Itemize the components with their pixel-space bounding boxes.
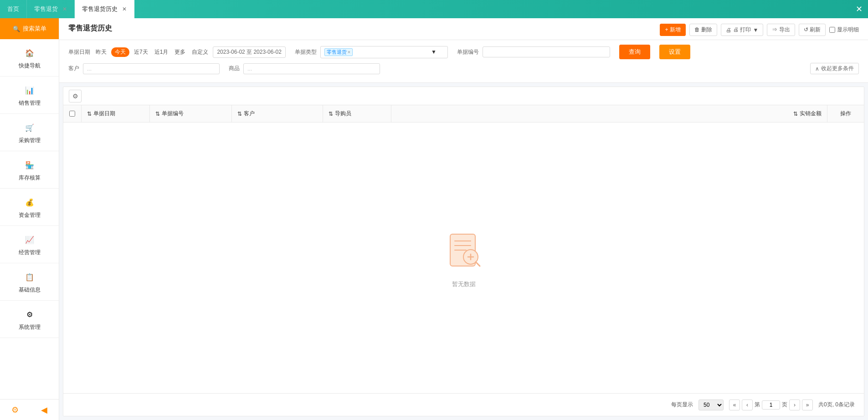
th-amount[interactable]: ⇅ 实销金额	[391, 105, 827, 122]
per-page-label: 每页显示	[671, 401, 693, 409]
sidebar-item-purchase[interactable]: 🛒 采购管理	[0, 114, 59, 151]
sales-label: 销售管理	[19, 99, 41, 107]
customer-filter-label: 客户	[68, 65, 79, 72]
system-label: 系统管理	[19, 323, 41, 331]
sidebar-item-operation[interactable]: 📈 经营管理	[0, 226, 59, 263]
table-header: ⇅ 单据日期 ⇅ 单据编号 ⇅ 客户 ⇅ 导购员 ⇅	[63, 105, 864, 123]
sidebar-item-basic[interactable]: 📋 基础信息	[0, 263, 59, 301]
tab-retail-return[interactable]: 零售退货 ✕	[27, 0, 75, 18]
search-icon: 🔍	[13, 26, 20, 32]
sidebar-item-finance[interactable]: 💰 资金管理	[0, 189, 59, 226]
date-btn-more[interactable]: 更多	[173, 47, 187, 57]
inventory-label: 库存核算	[19, 174, 41, 182]
empty-state: 暂无数据	[63, 123, 864, 393]
tab-retail-return-history-label: 零售退货历史	[82, 5, 118, 13]
finance-label: 资金管理	[19, 211, 41, 219]
sidebar-item-system[interactable]: ⚙ 系统管理	[0, 301, 59, 338]
empty-text: 暂无数据	[452, 280, 476, 288]
add-button[interactable]: + 新增	[660, 24, 685, 36]
sidebar-item-sales[interactable]: 📊 销售管理	[0, 77, 59, 114]
date-filter: 昨天 今天 近7天 近1月 更多 自定义 2023-06-02 至 2023-0…	[94, 46, 286, 58]
th-customer[interactable]: ⇅ 客户	[232, 105, 323, 122]
query-button[interactable]: 查询	[619, 45, 650, 59]
quick-nav-label: 快捷导航	[19, 62, 41, 70]
date-btn-custom[interactable]: 自定义	[190, 47, 210, 57]
refresh-button[interactable]: ↺ 刷新	[799, 24, 826, 36]
collapse-icon: ∧	[815, 66, 819, 72]
per-page-select[interactable]: 50 10 20 100	[699, 400, 724, 410]
page-input[interactable]	[762, 400, 780, 410]
sort-icon-no: ⇅	[155, 111, 160, 117]
delete-button[interactable]: 🗑 删除	[689, 24, 717, 36]
page-prev-button[interactable]: ‹	[742, 400, 753, 410]
filter-area: 单据日期 昨天 今天 近7天 近1月 更多 自定义 2023-06-02 至 2…	[59, 40, 868, 83]
customer-filter-select[interactable]: ...	[83, 63, 220, 74]
type-filter-tag-close[interactable]: ×	[348, 49, 350, 55]
tab-retail-return-history[interactable]: 零售退货历史 ✕	[75, 0, 134, 18]
type-filter-tag-label: 零售退货	[327, 49, 347, 56]
date-btn-7days[interactable]: 近7天	[132, 47, 150, 57]
page-first-button[interactable]: «	[729, 400, 740, 410]
print-button[interactable]: 🖨 🖨 打印 ▼	[721, 24, 763, 36]
filter-row-1: 单据日期 昨天 今天 近7天 近1月 更多 自定义 2023-06-02 至 2…	[68, 45, 859, 59]
goods-placeholder: ...	[247, 66, 252, 72]
basic-icon: 📋	[22, 270, 37, 284]
settings-bottom-icon[interactable]: ⚙	[11, 405, 19, 415]
page-header: 零售退货历史 + 新增 🗑 删除 🖨 🖨 打印 ▼ ⇒ 导出 ↺ 刷新 显示明细	[59, 18, 868, 40]
sidebar-items: 🏠 快捷导航 📊 销售管理 🛒 采购管理 🏪 库存核算 💰 资金管理 📈	[0, 39, 59, 399]
sidebar-bottom: ⚙ ◀	[0, 399, 59, 420]
operation-icon: 📈	[22, 232, 37, 247]
type-filter-tag: 零售退货 ×	[324, 48, 353, 56]
th-amount-label: 实销金额	[800, 110, 822, 118]
window-close-button[interactable]: ✕	[850, 0, 868, 18]
tab-retail-return-history-close[interactable]: ✕	[122, 6, 127, 12]
date-btn-1month[interactable]: 近1月	[153, 47, 170, 57]
select-all-checkbox[interactable]	[69, 111, 75, 117]
pagination-bar: 每页显示 50 10 20 100 « ‹ 第 页 › » 共0页, 0条记录	[63, 393, 864, 416]
sort-icon-amount: ⇅	[793, 111, 798, 117]
page-last-button[interactable]: »	[802, 400, 813, 410]
display-toggle-checkbox[interactable]	[829, 27, 835, 33]
th-guide[interactable]: ⇅ 导购员	[323, 105, 391, 122]
date-filter-label: 单据日期	[68, 48, 90, 56]
page-nav: « ‹ 第 页 › »	[729, 400, 813, 410]
inventory-icon: 🏪	[22, 158, 37, 172]
collapse-sidebar-icon[interactable]: ◀	[41, 405, 47, 415]
collapse-button[interactable]: ∧ 收起更多条件	[810, 63, 859, 74]
sidebar-item-inventory[interactable]: 🏪 库存核算	[0, 151, 59, 189]
th-checkbox	[63, 105, 82, 122]
sales-icon: 📊	[22, 83, 37, 97]
operation-label: 经营管理	[19, 249, 41, 256]
page-next-button[interactable]: ›	[789, 400, 800, 410]
collapse-label: 收起更多条件	[821, 65, 854, 72]
th-no[interactable]: ⇅ 单据编号	[150, 105, 232, 122]
main-layout: 🔍 搜索菜单 🏠 快捷导航 📊 销售管理 🛒 采购管理 🏪 库存核算 💰	[0, 18, 868, 420]
export-button[interactable]: ⇒ 导出	[767, 24, 795, 36]
date-range-input[interactable]: 2023-06-02 至 2023-06-02	[213, 46, 285, 58]
finance-icon: 💰	[22, 195, 37, 210]
sort-icon-date: ⇅	[87, 111, 92, 117]
voucher-filter-input[interactable]	[483, 46, 610, 57]
page-title: 零售退货历史	[68, 24, 112, 39]
print-label: 🖨 打印	[733, 26, 751, 34]
sort-icon-guide: ⇅	[329, 111, 333, 117]
type-filter-select[interactable]: 零售退货 × ▼	[320, 46, 448, 58]
th-date[interactable]: ⇅ 单据日期	[82, 105, 150, 122]
table-settings-icon[interactable]: ⚙	[69, 90, 82, 102]
date-btn-yesterday[interactable]: 昨天	[94, 47, 108, 57]
pagination-summary: 共0页, 0条记录	[818, 401, 855, 409]
sidebar-item-quick-nav[interactable]: 🏠 快捷导航	[0, 39, 59, 77]
customer-filter-item: 客户 ...	[68, 63, 220, 74]
date-btn-today[interactable]: 今天	[111, 47, 129, 57]
sidebar-search[interactable]: 🔍 搜索菜单	[0, 18, 59, 39]
settings-button[interactable]: 设置	[659, 45, 690, 59]
tab-retail-return-close[interactable]: ✕	[62, 6, 67, 12]
page-label: 第	[755, 401, 760, 409]
sidebar-search-label: 搜索菜单	[23, 25, 46, 33]
goods-filter-select[interactable]: ...	[243, 63, 380, 74]
type-filter-item: 单据类型 零售退货 × ▼	[295, 46, 448, 58]
top-bar: 首页 零售退货 ✕ 零售退货历史 ✕ ✕	[0, 0, 868, 18]
tab-home[interactable]: 首页	[0, 0, 27, 18]
th-no-label: 单据编号	[162, 110, 184, 118]
voucher-filter-item: 单据编号	[457, 46, 610, 57]
